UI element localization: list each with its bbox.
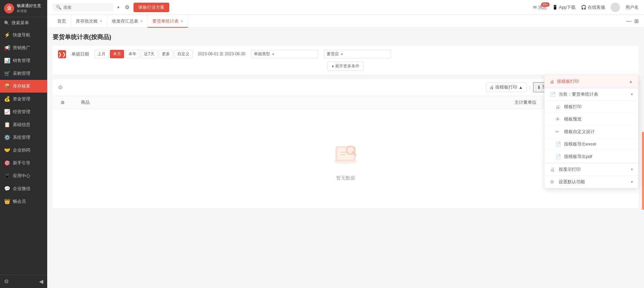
tab-receipts-summary-label: 收发存汇总表 (112, 18, 138, 24)
window-maximize-btn[interactable]: ⊞ (634, 18, 639, 24)
sidebar-item-sales[interactable]: 📊 销售管理 (0, 54, 47, 67)
sidebar-item-label: 企业协同 (13, 147, 30, 153)
print-icon: 🖨 (490, 85, 494, 90)
sidebar-footer: ⚙ ◀ (0, 275, 47, 288)
order-type-select[interactable]: 单据类型 ▾ (251, 50, 318, 58)
tab-close-receipts-summary[interactable]: × (140, 19, 143, 24)
search-input[interactable] (63, 5, 104, 10)
date-btn-this-year[interactable]: 本年 (125, 50, 140, 58)
tab-home[interactable]: 首页 (53, 15, 71, 28)
message-badge: 99+ (541, 2, 550, 7)
page-title: 要货单统计表(按商品) (53, 33, 639, 41)
trial-button[interactable]: 体验行业方案 (134, 3, 169, 12)
date-btn-last-month[interactable]: 上月 (94, 50, 109, 58)
app-logo-icon: 业 (4, 3, 14, 13)
dropdown-header-left: 🖨 按模板打印 (550, 78, 579, 85)
sidebar-item-enterprise-wechat[interactable]: 💬 企业微信 (0, 182, 47, 195)
toggle-sidebar-icon[interactable]: ◀ (39, 278, 43, 285)
message-btn[interactable]: ✉ 消息 99+ (533, 4, 547, 10)
tab-order-stats[interactable]: 要货单统计表 × (148, 15, 188, 28)
dropdown-display-print[interactable]: 🖨 按显示打印 ▾ (545, 163, 638, 176)
sidebar-item-member[interactable]: 👑 畅会员 (0, 195, 47, 208)
date-btn-last-7-days[interactable]: 近7天 (141, 50, 157, 58)
sidebar-item-system[interactable]: ⚙️ 系统管理 (0, 131, 47, 144)
tab-order-stats-label: 要货单统计表 (152, 18, 179, 24)
display-print-arrow: ▾ (631, 167, 633, 172)
sidebar-item-marketing[interactable]: 📢 营销推广 (0, 41, 47, 54)
app-name: 畅康通好生意 (17, 3, 41, 9)
tab-close-order-stats[interactable]: × (181, 19, 183, 24)
settings-footer-icon[interactable]: ⚙ (4, 278, 9, 285)
inventory-icon: 📦 (4, 83, 10, 89)
dropdown-current-template[interactable]: 📄 当前：要货单统计表 ▾ (545, 88, 638, 101)
tab-inventory-batch[interactable]: 库存批次账 × (71, 15, 107, 28)
quick-nav-icon: ⚡ (4, 32, 10, 38)
system-icon: ⚙️ (4, 134, 10, 140)
dropdown-item-template-preview[interactable]: 👁 模板预览 (545, 113, 638, 126)
expand-more-button[interactable]: ▾ 展开更多条件 (327, 62, 364, 71)
print-dropdown-menu: 🖨 按模板打印 ▲ 📄 当前：要货单统计表 ▾ 🖨 模板打印 👁 (544, 75, 639, 189)
sidebar-item-basic[interactable]: 📋 基础信息 (0, 118, 47, 131)
window-minimize-btn[interactable]: — (626, 18, 632, 24)
tab-close-inventory-batch[interactable]: × (100, 19, 102, 24)
date-btn-more[interactable]: 更多 (159, 50, 173, 58)
tab-receipts-summary[interactable]: 收发存汇总表 × (107, 15, 148, 28)
member-icon: 👑 (4, 198, 10, 204)
goods-store-select[interactable]: 要货店 ▾ (324, 50, 391, 58)
headset-icon: 🎧 (581, 5, 586, 10)
set-default-arrow: ▾ (631, 180, 633, 184)
user-avatar[interactable] (611, 3, 620, 12)
basic-icon: 📋 (4, 122, 10, 128)
header-dropdown-arrow[interactable]: ▾ (117, 5, 119, 10)
dropdown-item-export-excel[interactable]: 📄 按模板导出excel (545, 138, 638, 151)
set-default-label: 设置默认功能 (559, 179, 585, 185)
dropdown-item-template-print[interactable]: 🖨 模板打印 (545, 101, 638, 113)
order-type-arrow: ▾ (272, 52, 274, 57)
username-label: 用户名 (625, 4, 639, 10)
col-header-gear: ⚙ (58, 100, 78, 105)
dropdown-item-export-pdf[interactable]: 📄 按模板导出pdf (545, 151, 638, 163)
purchase-icon: 🛒 (4, 70, 10, 76)
online-service-btn[interactable]: 🎧 在线客服 (581, 4, 605, 10)
empty-state-icon (329, 136, 362, 170)
sidebar-item-label: 系统管理 (13, 134, 30, 140)
header-search-box[interactable]: 🔍 (53, 3, 113, 11)
search-icon: 🔍 (4, 21, 9, 26)
print-template-button[interactable]: 🖨 按模板打印 ▲ (486, 83, 527, 92)
table-settings-icon[interactable]: ⚙ (58, 84, 63, 91)
sidebar-search[interactable]: 🔍 搜索菜单 (0, 17, 47, 29)
message-icon: ✉ (533, 5, 537, 10)
sidebar-item-quick-nav[interactable]: ⚡ 快捷导航 (0, 29, 47, 41)
date-btn-custom[interactable]: 自定义 (174, 50, 193, 58)
dropdown-header[interactable]: 🖨 按模板打印 ▲ (545, 75, 638, 88)
export-icon: ⬇ (537, 85, 541, 90)
print-header-icon: 🖨 (550, 79, 554, 84)
sidebar-item-inventory[interactable]: 📦 库存核算 (0, 80, 47, 93)
header-gear-icon[interactable]: ⚙ (125, 4, 129, 10)
enterprise-icon: 🤝 (4, 147, 10, 153)
sidebar-item-finance[interactable]: 💰 资金管理 (0, 93, 47, 105)
date-filter-label: 单据日期 (71, 51, 89, 57)
date-btn-this-month[interactable]: 本月 (110, 50, 124, 58)
page-content: 要货单统计表(按商品) ❯❯ 单据日期 上月 本月 本年 近7天 更多 自定义 … (47, 28, 644, 288)
sidebar-item-operations[interactable]: 📈 经营管理 (0, 105, 47, 118)
date-buttons: 上月 本月 本年 近7天 更多 自定义 (94, 50, 193, 58)
app-name-block: 畅康通好生意 标准版 (17, 3, 41, 13)
sidebar-item-newbie[interactable]: 🎯 新手引导 (0, 157, 47, 169)
filter-toggle-button[interactable]: ❯❯ (58, 50, 66, 58)
right-scrollbar[interactable] (642, 132, 644, 210)
dropdown-set-default[interactable]: ⚙ 设置默认功能 ▾ (545, 176, 638, 188)
app-download-btn[interactable]: 📱 App下载 (552, 4, 576, 10)
dropdown-item-template-custom[interactable]: ✏ 模板自定义设计 (545, 126, 638, 138)
set-default-icon: ⚙ (550, 179, 555, 185)
app-download-icon: 📱 (552, 5, 558, 10)
sidebar-item-app-center[interactable]: 📱 应用中心 (0, 169, 47, 182)
window-controls: — ⊞ (626, 18, 639, 24)
sidebar-item-label: 畅会员 (13, 198, 26, 204)
sidebar-item-purchase[interactable]: 🛒 采购管理 (0, 67, 47, 80)
expand-more-label: 展开更多条件 (335, 63, 359, 69)
current-template-left: 📄 当前：要货单统计表 (550, 91, 598, 97)
sidebar: 业 畅康通好生意 标准版 🔍 搜索菜单 ⚡ 快捷导航 📢 营销推广 📊 销售管理… (0, 0, 47, 288)
sidebar-item-label: 基础信息 (13, 122, 30, 128)
sidebar-item-enterprise[interactable]: 🤝 企业协同 (0, 144, 47, 157)
